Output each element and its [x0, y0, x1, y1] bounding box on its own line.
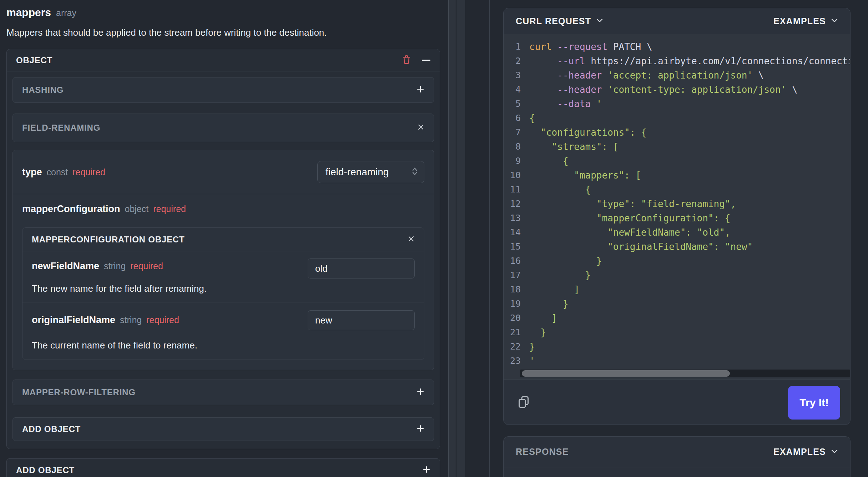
code-lines: 1curl --request PATCH \2 --url https://a… [504, 40, 850, 368]
code-line: 11 { [504, 182, 850, 197]
code-horizontal-scrollbar-thumb[interactable] [522, 370, 730, 377]
code-column: CURL REQUEST EXAMPLES 1curl --request PA… [503, 0, 868, 477]
object-card-body: HASHING FIELD-RENAMING [7, 71, 440, 449]
line-number: 16 [509, 254, 521, 268]
property-required-badge: required [153, 204, 186, 214]
property-required-badge: required [146, 315, 179, 325]
code-line: 10 "mappers": [ [504, 168, 850, 182]
line-number: 10 [509, 168, 521, 182]
plus-icon[interactable] [417, 85, 424, 95]
type-select[interactable]: field-renaming [317, 161, 424, 183]
request-examples-dropdown[interactable]: EXAMPLES [773, 16, 838, 26]
copy-icon [516, 395, 531, 410]
type-select-value: field-renaming [326, 166, 389, 178]
property-name: type [22, 167, 42, 178]
property-kind: string [104, 261, 126, 271]
close-icon[interactable] [417, 124, 424, 132]
field-row-newFieldName: newFieldName string required The new nam… [22, 251, 424, 302]
code-line: 18 ] [504, 282, 850, 297]
add-object-button[interactable]: ADD OBJECT [12, 417, 434, 441]
mapper-configuration-card: MAPPERCONFIGURATION OBJECT newFieldName … [22, 227, 424, 360]
line-number: 6 [509, 111, 521, 125]
response-header: RESPONSE EXAMPLES [504, 437, 850, 467]
code-line: 13 "mapperConfiguration": { [504, 211, 850, 225]
line-number: 4 [509, 82, 521, 97]
property-row-type: type const required field-renaming [13, 150, 434, 194]
line-number: 8 [509, 140, 521, 154]
line-number: 7 [509, 125, 521, 140]
minus-icon [422, 60, 430, 61]
response-panel: RESPONSE EXAMPLES [503, 436, 851, 477]
code-line: 19 } [504, 297, 850, 311]
line-number: 21 [509, 325, 521, 340]
section-hashing-title: HASHING [22, 85, 64, 95]
code-line: 7 "configurations": { [504, 125, 850, 140]
left-pane-scrollbar[interactable] [448, 0, 456, 477]
code-line: 15 "originalFieldName": "new" [504, 240, 850, 254]
section-field-renaming: FIELD-RENAMING type const required [12, 114, 434, 370]
curl-request-panel: CURL REQUEST EXAMPLES 1curl --request PA… [503, 8, 851, 425]
section-field-renaming-header[interactable]: FIELD-RENAMING [12, 114, 434, 142]
property-name: mapperConfiguration [22, 204, 120, 215]
code-line: 22} [504, 340, 850, 354]
property-required-badge: required [130, 261, 163, 271]
code-line: 17 } [504, 268, 850, 282]
add-object-label: ADD OBJECT [22, 424, 81, 434]
response-examples-dropdown[interactable]: EXAMPLES [773, 447, 838, 457]
plus-icon[interactable] [417, 388, 424, 397]
field-type-badge: array [56, 8, 76, 18]
property-kind: const [47, 167, 68, 177]
object-card-title: OBJECT [16, 55, 52, 65]
section-mapper-row-filtering[interactable]: MAPPER-ROW-FILTERING [12, 380, 434, 405]
code-block: 1curl --request PATCH \2 --url https://a… [504, 34, 850, 380]
response-title: RESPONSE [516, 447, 569, 457]
code-line: 4 --header 'content-type: application/js… [504, 82, 850, 97]
column-divider [489, 0, 490, 477]
close-icon[interactable] [408, 235, 415, 244]
add-object-button-root[interactable]: ADD OBJECT [6, 458, 440, 477]
copy-code-button[interactable] [516, 395, 531, 410]
chevron-down-icon [831, 449, 838, 455]
line-number: 17 [509, 268, 521, 282]
section-field-renaming-title: FIELD-RENAMING [22, 123, 100, 133]
property-label-type: type const required [22, 167, 105, 178]
line-number: 11 [509, 182, 521, 197]
newFieldName-input[interactable] [308, 258, 415, 278]
curl-request-footer: Try It! [504, 380, 850, 425]
plus-icon[interactable] [423, 466, 430, 475]
property-name: originalFieldName [32, 315, 115, 326]
field-renaming-properties: type const required field-renaming [12, 150, 434, 370]
gutter-scrollbar-track[interactable] [456, 0, 465, 477]
field-description: Mappers that should be applied to the st… [6, 27, 440, 38]
schema-panel: mappers array Mappers that should be app… [0, 0, 440, 477]
line-number: 14 [509, 225, 521, 240]
curl-request-header: CURL REQUEST EXAMPLES [504, 8, 850, 34]
curl-request-dropdown[interactable]: CURL REQUEST [516, 16, 603, 26]
examples-label: EXAMPLES [773, 16, 826, 26]
section-hashing[interactable]: HASHING [12, 77, 434, 103]
code-line: 5 --data ' [504, 97, 850, 111]
property-row-mapper-configuration: mapperConfiguration object required MAPP… [13, 194, 434, 370]
line-number: 1 [509, 40, 521, 54]
code-line: 16 } [504, 254, 850, 268]
object-card-header: OBJECT [7, 49, 440, 71]
examples-label: EXAMPLES [773, 447, 826, 457]
code-line: 8 "streams": [ [504, 140, 850, 154]
property-label-mapper-configuration: mapperConfiguration object required [22, 204, 424, 215]
plus-icon[interactable] [417, 425, 424, 434]
code-line: 21 } [504, 325, 850, 340]
delete-object-button[interactable] [401, 54, 412, 66]
field-header: mappers array [6, 6, 440, 19]
code-line: 6{ [504, 111, 850, 125]
property-kind: object [125, 204, 149, 214]
chevron-down-icon [596, 18, 603, 24]
try-it-button[interactable]: Try It! [788, 386, 840, 420]
line-number: 2 [509, 54, 521, 68]
line-number: 15 [509, 240, 521, 254]
field-row-originalFieldName: originalFieldName string required The cu… [22, 302, 424, 360]
line-number: 20 [509, 311, 521, 325]
chevron-down-icon [831, 18, 838, 24]
collapse-object-button[interactable] [422, 60, 430, 61]
field-description: The new name for the field after renamin… [32, 283, 415, 294]
originalFieldName-input[interactable] [308, 310, 415, 330]
